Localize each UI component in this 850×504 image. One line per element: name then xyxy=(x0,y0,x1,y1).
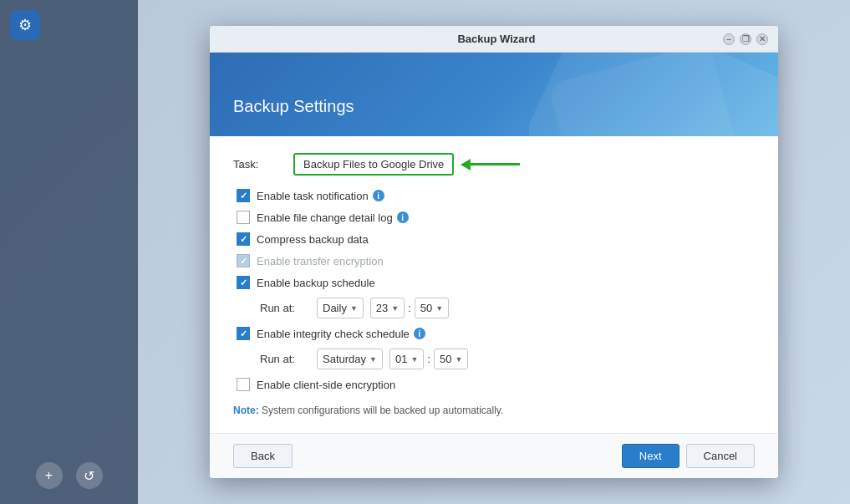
modal-header: Backup Settings xyxy=(210,53,778,136)
history-button[interactable]: ↺ xyxy=(76,462,103,489)
integrity-check-info-icon[interactable]: i xyxy=(414,328,425,339)
integrity-hour-select[interactable]: 01 ▼ xyxy=(389,349,424,369)
backup-minute-select[interactable]: 50 ▼ xyxy=(415,298,449,318)
integrity-hour-value: 01 xyxy=(395,353,407,365)
backup-hour-value: 23 xyxy=(376,302,388,314)
arrow-line xyxy=(470,163,520,165)
backup-hour-select[interactable]: 23 ▼ xyxy=(370,298,405,318)
enable-transfer-encryption-checkbox[interactable] xyxy=(237,254,250,267)
integrity-day-value: Saturday xyxy=(323,353,366,365)
enable-file-change-log-label: Enable file change detail log xyxy=(257,211,393,224)
modal-body: Task: Backup Files to Google Drive Enabl… xyxy=(210,136,778,433)
modal-footer: Back Next Cancel xyxy=(210,433,778,478)
enable-transfer-encryption-row: Enable transfer encryption xyxy=(233,254,755,267)
desktop: ⚙ + ↺ Backup Wizard – ❐ ✕ xyxy=(0,0,850,504)
integrity-minute-select[interactable]: 50 ▼ xyxy=(434,349,468,369)
backup-frequency-value: Daily xyxy=(323,302,347,314)
titlebar-controls: – ❐ ✕ xyxy=(723,33,768,45)
footer-right-buttons: Next Cancel xyxy=(622,444,755,468)
enable-client-encryption-checkbox[interactable] xyxy=(237,378,250,391)
enable-backup-schedule-checkbox[interactable] xyxy=(237,276,250,289)
backup-frequency-chevron-icon: ▼ xyxy=(350,304,358,313)
integrity-time-colon: : xyxy=(427,353,430,365)
note-row: Note: System configurations will be back… xyxy=(233,405,755,416)
add-button[interactable]: + xyxy=(36,462,63,489)
cancel-button[interactable]: Cancel xyxy=(686,444,755,468)
backup-frequency-select[interactable]: Daily ▼ xyxy=(317,298,364,318)
taskbar: ⚙ + ↺ xyxy=(0,0,138,504)
integrity-minute-chevron-icon: ▼ xyxy=(455,355,462,364)
header-title: Backup Settings xyxy=(233,97,354,116)
backup-minute-value: 50 xyxy=(420,302,432,314)
modal-title: Backup Wizard xyxy=(270,33,723,45)
enable-integrity-check-row: Enable integrity check schedule i xyxy=(233,327,755,340)
modal-titlebar: Backup Wizard – ❐ ✕ xyxy=(210,26,778,53)
arrow-annotation xyxy=(461,159,520,171)
enable-task-notification-label: Enable task notification xyxy=(257,190,369,202)
integrity-check-run-at-row: Run at: Saturday ▼ 01 ▼ : 50 ▼ xyxy=(233,349,755,369)
file-change-log-info-icon[interactable]: i xyxy=(397,211,409,223)
task-notification-info-icon[interactable]: i xyxy=(373,190,384,201)
enable-task-notification-checkbox[interactable] xyxy=(237,189,250,202)
note-label: Note: xyxy=(233,405,259,416)
time-colon: : xyxy=(408,302,411,314)
backup-schedule-run-at-row: Run at: Daily ▼ 23 ▼ : 50 ▼ xyxy=(233,298,755,318)
enable-transfer-encryption-label: Enable transfer encryption xyxy=(257,255,384,267)
enable-file-change-log-checkbox[interactable] xyxy=(237,211,250,224)
enable-client-encryption-label: Enable client-side encryption xyxy=(257,379,395,391)
note-text: System configurations will be backed up … xyxy=(262,405,503,416)
integrity-day-select[interactable]: Saturday ▼ xyxy=(317,349,383,369)
enable-client-encryption-row: Enable client-side encryption xyxy=(233,378,755,391)
taskbar-icons: + ↺ xyxy=(36,462,103,489)
minimize-button[interactable]: – xyxy=(723,33,735,45)
task-value: Backup Files to Google Drive xyxy=(293,153,454,176)
back-button[interactable]: Back xyxy=(233,444,293,468)
enable-backup-schedule-row: Enable backup schedule xyxy=(233,276,755,289)
enable-file-change-log-row: Enable file change detail log i xyxy=(233,211,755,224)
integrity-day-chevron-icon: ▼ xyxy=(369,355,377,364)
integrity-run-at-label: Run at: xyxy=(260,353,307,365)
modal-overlay: Backup Wizard – ❐ ✕ Backup Settings Task… xyxy=(138,0,850,504)
next-button[interactable]: Next xyxy=(622,444,679,468)
enable-integrity-check-label: Enable integrity check schedule xyxy=(257,328,410,340)
integrity-hour-chevron-icon: ▼ xyxy=(410,355,418,364)
restore-button[interactable]: ❐ xyxy=(740,33,751,45)
compress-backup-data-label: Compress backup data xyxy=(257,233,369,246)
compress-backup-data-checkbox[interactable] xyxy=(237,232,250,246)
enable-task-notification-row: Enable task notification i xyxy=(233,189,755,202)
backup-minute-chevron-icon: ▼ xyxy=(435,304,443,313)
backup-run-at-label: Run at: xyxy=(260,302,307,314)
app-icon: ⚙ xyxy=(10,10,40,40)
close-button[interactable]: ✕ xyxy=(756,33,768,45)
task-row: Task: Backup Files to Google Drive xyxy=(233,153,755,176)
enable-backup-schedule-label: Enable backup schedule xyxy=(257,277,375,289)
backup-hour-chevron-icon: ▼ xyxy=(391,304,399,313)
task-label: Task: xyxy=(233,158,283,171)
backup-wizard-modal: Backup Wizard – ❐ ✕ Backup Settings Task… xyxy=(210,26,778,478)
enable-integrity-check-checkbox[interactable] xyxy=(237,327,250,340)
integrity-minute-value: 50 xyxy=(440,353,451,365)
compress-backup-data-row: Compress backup data xyxy=(233,232,755,246)
